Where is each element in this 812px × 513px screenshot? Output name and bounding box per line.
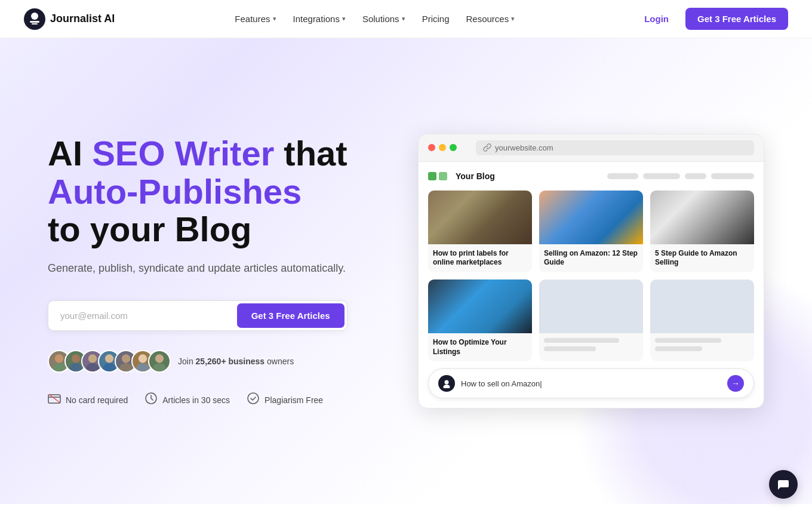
articles-svg [144, 392, 158, 405]
svg-point-15 [136, 363, 149, 371]
browser-mockup: yourwebsite.com Your Blog [418, 134, 764, 408]
article-card-loading [539, 279, 643, 361]
loading-bar [655, 338, 721, 343]
svg-point-5 [53, 363, 65, 371]
article-card[interactable]: How to Optimize Your Listings [428, 279, 532, 361]
svg-point-6 [72, 355, 80, 363]
svg-point-23 [445, 380, 449, 385]
dot-yellow [439, 144, 446, 151]
email-submit-button[interactable]: Get 3 Free Articles [237, 303, 345, 328]
article-title: How to print labels for online marketpla… [428, 244, 532, 272]
social-proof-row: Join 25,260+ business owners [48, 350, 347, 373]
article-image-placeholder [650, 279, 754, 333]
blog-nav-pills [607, 173, 754, 179]
svg-point-7 [69, 363, 82, 371]
articles-grid: How to print labels for online marketpla… [428, 191, 754, 361]
svg-point-14 [139, 355, 147, 363]
chevron-down-icon: ▾ [273, 15, 276, 23]
article-image [539, 191, 643, 244]
svg-point-8 [88, 355, 97, 363]
email-input[interactable] [51, 303, 237, 328]
article-card[interactable]: How to print labels for online marketpla… [428, 191, 532, 272]
nav-features[interactable]: Features ▾ [227, 9, 283, 29]
svg-point-9 [86, 363, 99, 371]
blog-logo-sq-1 [428, 172, 436, 180]
join-text: Join 25,260+ business owners [178, 357, 294, 366]
nav-pricing[interactable]: Pricing [415, 9, 457, 29]
loading-bar [544, 338, 619, 343]
login-button[interactable]: Login [635, 9, 678, 29]
blog-title: Your Blog [456, 171, 495, 181]
avatar-face [149, 351, 170, 371]
logo-text: Journalist AI [50, 13, 115, 25]
svg-point-22 [248, 393, 259, 404]
svg-line-20 [49, 394, 60, 403]
url-text: yourwebsite.com [495, 143, 553, 152]
svg-rect-3 [32, 23, 38, 24]
browser-dots [428, 144, 457, 151]
send-arrow-icon: → [731, 379, 740, 388]
hero-section: AI SEO Writer that Auto-Publishes to you… [0, 38, 812, 504]
avatars-group [48, 350, 171, 373]
chevron-down-icon: ▾ [402, 15, 405, 23]
article-image [428, 191, 532, 244]
svg-point-24 [444, 385, 450, 388]
hero-right: yourwebsite.com Your Blog [418, 134, 764, 408]
nav-pill [607, 173, 638, 179]
chevron-down-icon: ▾ [342, 15, 346, 23]
svg-rect-2 [30, 21, 39, 23]
nav-actions: Login Get 3 Free Articles [635, 8, 788, 30]
blog-header: Your Blog [428, 171, 754, 181]
chevron-down-icon: ▾ [511, 15, 515, 23]
no-card-icon [48, 393, 61, 407]
article-loading [539, 333, 643, 360]
avatar [148, 350, 171, 373]
article-title: How to Optimize Your Listings [428, 333, 532, 361]
svg-point-13 [119, 363, 132, 371]
article-card[interactable]: Selling on Amazon: 12 Step Guide [539, 191, 643, 272]
article-title: Selling on Amazon: 12 Step Guide [539, 244, 643, 272]
svg-point-12 [122, 355, 130, 363]
article-card[interactable]: 5 Step Guide to Amazon Selling [650, 191, 754, 272]
chat-input-text[interactable]: How to sell on Amazon| [461, 379, 721, 388]
get-free-articles-button[interactable]: Get 3 Free Articles [685, 8, 788, 30]
url-bar[interactable]: yourwebsite.com [476, 140, 754, 155]
nav-resources[interactable]: Resources ▾ [459, 9, 522, 29]
email-form: Get 3 Free Articles [48, 300, 347, 331]
blog-logo [428, 172, 447, 180]
browser-bar: yourwebsite.com [419, 134, 764, 162]
browser-content: Your Blog How to print labels for online… [419, 162, 764, 408]
plagiarism-svg [247, 392, 260, 405]
svg-point-16 [155, 355, 164, 363]
chat-send-button[interactable]: → [727, 375, 744, 392]
svg-point-17 [153, 363, 165, 371]
article-image [428, 279, 532, 333]
logo[interactable]: Journalist AI [24, 8, 115, 30]
article-image [650, 191, 754, 244]
hero-headline: AI SEO Writer that Auto-Publishes to you… [48, 134, 347, 248]
blog-logo-sq-2 [439, 172, 447, 180]
plagiarism-icon [247, 392, 260, 408]
nav-pill [685, 173, 706, 179]
nav-pill [643, 173, 680, 179]
nav-integrations[interactable]: Integrations ▾ [286, 9, 353, 29]
loading-bar [655, 346, 702, 351]
trust-badge-articles: Articles in 30 secs [144, 392, 230, 408]
nav-pill [711, 173, 754, 179]
articles-icon [144, 392, 158, 408]
trust-badges: No card required Articles in 30 secs [48, 392, 347, 408]
trust-badge-no-card: No card required [48, 392, 128, 408]
no-card-svg [48, 393, 61, 404]
nav-solutions[interactable]: Solutions ▾ [355, 9, 413, 29]
chat-avatar-icon [442, 379, 451, 388]
chat-support-button[interactable] [769, 470, 798, 499]
article-title: 5 Step Guide to Amazon Selling [650, 244, 754, 272]
feature-section: Feature-Rich, factual and SEO-Optimized … [0, 504, 812, 513]
navbar: Journalist AI Features ▾ Integrations ▾ … [0, 0, 812, 38]
svg-point-10 [105, 355, 113, 363]
svg-point-4 [55, 355, 63, 363]
article-loading [650, 333, 754, 360]
dot-green [450, 144, 457, 151]
chat-bar: How to sell on Amazon| → [428, 368, 754, 398]
hero-content-left: AI SEO Writer that Auto-Publishes to you… [48, 134, 347, 408]
